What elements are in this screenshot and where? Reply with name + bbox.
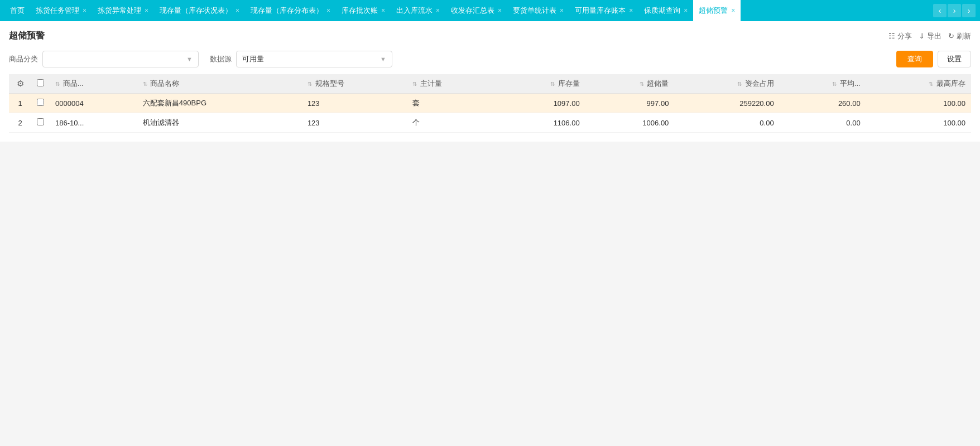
col-stock[interactable]: ⇅ 库存量 — [496, 74, 585, 94]
page-header: 超储预警 ☷ 分享 ⇓ 导出 ↻ 刷新 — [9, 30, 971, 42]
chevron-down-icon: ▼ — [380, 56, 386, 62]
cell-max-stock: 100.00 — [866, 94, 971, 113]
cell-stock: 1097.00 — [496, 94, 585, 113]
cell-product-code: 186-10... — [50, 113, 137, 133]
close-icon[interactable]: × — [381, 7, 385, 14]
cell-avg: 260.00 — [780, 94, 866, 113]
col-checkbox[interactable] — [31, 74, 50, 94]
nav-prev-button[interactable]: ‹ — [933, 4, 947, 17]
close-icon[interactable]: × — [145, 7, 148, 14]
refresh-button[interactable]: ↻ 刷新 — [948, 31, 971, 41]
cell-avg: 0.00 — [780, 113, 866, 133]
cell-product-name: 六配套新昌490BPG — [137, 94, 302, 113]
cell-capital: 0.00 — [674, 113, 779, 133]
col-product-code[interactable]: ⇅ 商品... — [50, 74, 137, 94]
sort-icon: ⇅ — [308, 81, 312, 87]
product-category-filter: 商品分类 ▼ — [9, 51, 199, 67]
filter-buttons: 查询 设置 — [896, 51, 971, 67]
close-icon[interactable]: × — [560, 7, 564, 14]
export-button[interactable]: ⇓ 导出 — [919, 31, 941, 41]
nav-batch-account[interactable]: 库存批次账 × — [336, 0, 391, 21]
product-category-select[interactable]: ▼ — [42, 51, 199, 67]
sort-icon: ⇅ — [55, 81, 60, 87]
close-icon[interactable]: × — [498, 7, 502, 14]
cell-spec: 123 — [302, 113, 407, 133]
cell-capital: 259220.00 — [674, 94, 779, 113]
table-row[interactable]: 1 0000004 六配套新昌490BPG 123 套 1097.00 997.… — [9, 94, 971, 113]
share-icon: ☷ — [888, 32, 895, 40]
query-button[interactable]: 查询 — [896, 51, 933, 67]
col-spec[interactable]: ⇅ 规格型号 — [302, 74, 407, 94]
cell-spec: 123 — [302, 94, 407, 113]
top-navigation: 首页 拣货任务管理 × 拣货异常处理 × 现存量（库存状况表） × 现存量（库存… — [0, 0, 980, 21]
data-source-select[interactable]: 可用量 ▼ — [236, 51, 392, 67]
nav-arrows: ‹ › › — [933, 4, 976, 17]
col-unit[interactable]: ⇅ 主计量 — [407, 74, 496, 94]
gear-icon[interactable]: ⚙ — [17, 79, 24, 88]
cell-checkbox[interactable] — [31, 113, 50, 133]
cell-overstock: 997.00 — [585, 94, 675, 113]
nav-demand-stats[interactable]: 要货单统计表 × — [507, 0, 569, 21]
data-source-filter: 数据源 可用量 ▼ — [210, 51, 392, 67]
data-source-label: 数据源 — [210, 54, 232, 64]
page-title: 超储预警 — [9, 30, 45, 42]
cell-overstock: 1006.00 — [585, 113, 675, 133]
data-table: ⚙ ⇅ 商品... ⇅ 商品名称 ⇅ 规格型号 ⇅ — [9, 74, 971, 133]
sort-icon: ⇅ — [640, 81, 644, 87]
close-icon[interactable]: × — [83, 7, 87, 14]
nav-quality-period[interactable]: 保质期查询 × — [638, 0, 693, 21]
nav-summary[interactable]: 收发存汇总表 × — [445, 0, 507, 21]
refresh-icon: ↻ — [948, 32, 954, 40]
select-all-checkbox[interactable] — [37, 79, 44, 86]
nav-menu-button[interactable]: › — [962, 4, 976, 17]
col-avg[interactable]: ⇅ 平均... — [780, 74, 866, 94]
table-row[interactable]: 2 186-10... 机油滤清器 123 个 1106.00 1006.00 … — [9, 113, 971, 133]
nav-available-stock[interactable]: 可用量库存账本 × — [569, 0, 638, 21]
table-header: ⚙ ⇅ 商品... ⇅ 商品名称 ⇅ 规格型号 ⇅ — [9, 74, 971, 94]
table-body: 1 0000004 六配套新昌490BPG 123 套 1097.00 997.… — [9, 94, 971, 133]
close-icon[interactable]: × — [629, 7, 633, 14]
col-overstock[interactable]: ⇅ 超储量 — [585, 74, 675, 94]
nav-overstock-warning[interactable]: 超储预警 × — [693, 0, 741, 21]
cell-unit: 个 — [407, 113, 496, 133]
close-icon[interactable]: × — [236, 7, 239, 14]
data-source-value: 可用量 — [242, 54, 264, 64]
cell-product-name: 机油滤清器 — [137, 113, 302, 133]
close-icon[interactable]: × — [436, 7, 440, 14]
export-icon: ⇓ — [919, 32, 925, 40]
sort-icon: ⇅ — [412, 81, 417, 87]
cell-stock: 1106.00 — [496, 113, 585, 133]
nav-inventory-distribution[interactable]: 现存量（库存分布表） × — [245, 0, 336, 21]
cell-max-stock: 100.00 — [866, 113, 971, 133]
cell-checkbox[interactable] — [31, 94, 50, 113]
page-actions: ☷ 分享 ⇓ 导出 ↻ 刷新 — [888, 31, 971, 41]
nav-home[interactable]: 首页 — [4, 0, 30, 21]
cell-no: 2 — [9, 113, 31, 133]
col-no: ⚙ — [9, 74, 31, 94]
sort-icon: ⇅ — [143, 81, 147, 87]
row-checkbox[interactable] — [37, 118, 44, 125]
col-capital[interactable]: ⇅ 资金占用 — [674, 74, 779, 94]
col-max-stock[interactable]: ⇅ 最高库存 — [866, 74, 971, 94]
cell-no: 1 — [9, 94, 31, 113]
nav-inout-flow[interactable]: 出入库流水 × — [391, 0, 445, 21]
chevron-down-icon: ▼ — [186, 56, 193, 62]
close-icon[interactable]: × — [326, 7, 330, 14]
filter-area: 商品分类 ▼ 数据源 可用量 ▼ 查询 设置 — [9, 51, 971, 67]
share-button[interactable]: ☷ 分享 — [888, 31, 912, 41]
product-category-label: 商品分类 — [9, 54, 38, 64]
page-container: 超储预警 ☷ 分享 ⇓ 导出 ↻ 刷新 商品分类 ▼ 数据源 — [0, 21, 980, 142]
nav-exception-handling[interactable]: 拣货异常处理 × — [92, 0, 154, 21]
close-icon[interactable]: × — [731, 7, 735, 14]
nav-task-management[interactable]: 拣货任务管理 × — [30, 0, 92, 21]
nav-inventory-status[interactable]: 现存量（库存状况表） × — [154, 0, 245, 21]
sort-icon: ⇅ — [832, 81, 837, 87]
col-product-name[interactable]: ⇅ 商品名称 — [137, 74, 302, 94]
close-icon[interactable]: × — [684, 7, 688, 14]
sort-icon: ⇅ — [737, 81, 742, 87]
settings-button[interactable]: 设置 — [938, 51, 971, 67]
nav-next-button[interactable]: › — [948, 4, 961, 17]
row-checkbox[interactable] — [37, 99, 44, 106]
cell-unit: 套 — [407, 94, 496, 113]
cell-product-code: 0000004 — [50, 94, 137, 113]
